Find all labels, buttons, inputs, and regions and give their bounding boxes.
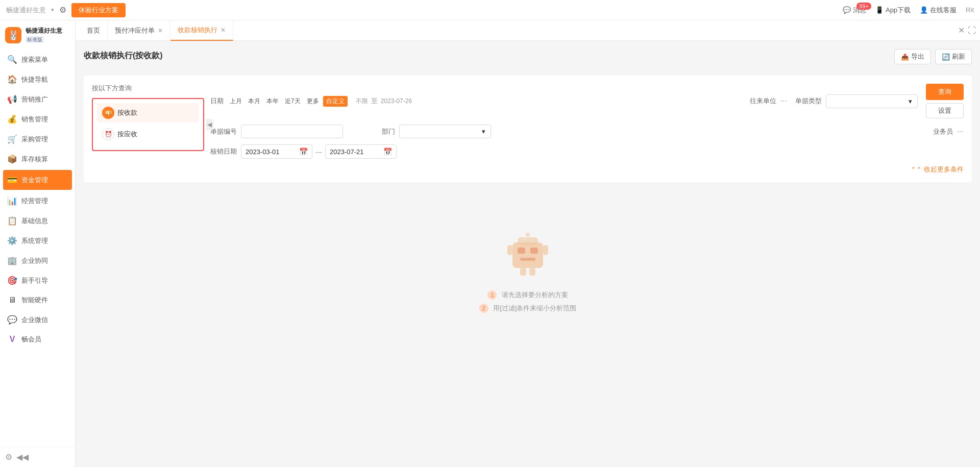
filter-collapse-button[interactable]: ◀	[206, 119, 213, 130]
sidebar-item-search[interactable]: 🔍 搜索菜单	[0, 50, 75, 69]
sidebar-item-quick-nav[interactable]: 🏠 快捷导航	[0, 69, 75, 89]
receipt-option-icon: 💴	[102, 107, 114, 119]
wechat-icon: 💬	[7, 315, 17, 325]
topbar: 畅捷通好生意 ▾ ⚙ 休验行业方案 💬 消息 99+ 📱 App下载 👤 在线客…	[0, 0, 980, 20]
filter-doctype-field: 单据类型 ▾	[795, 94, 918, 108]
sidebar-item-guide[interactable]: 🎯 新手引导	[0, 271, 75, 290]
verify-date-end-input[interactable]: 2023-07-21 📅	[325, 144, 397, 159]
industry-btn[interactable]: 休验行业方案	[71, 3, 126, 17]
filter-panel: 按以下方查询 💴 按收款 ⏰ 按应收 ◀	[84, 76, 972, 182]
sidebar-item-finance[interactable]: 💳 资金管理	[3, 170, 72, 190]
doctype-select[interactable]: ▾	[826, 94, 918, 108]
filter-date-field: 日期 上月 本月 本年 近7天 更多 自定义	[210, 96, 348, 107]
maximize-icon[interactable]: ⛶	[968, 26, 976, 35]
chevron-up-icon: ⌃⌃	[911, 166, 922, 174]
operation-icon: 📊	[7, 196, 17, 206]
tab-home[interactable]: 首页	[80, 20, 108, 41]
svg-rect-1	[518, 248, 525, 254]
verify-date-start-input[interactable]: 2023-03-01 📅	[241, 144, 312, 159]
sidebar-item-purchase[interactable]: 🛒 采购管理	[0, 129, 75, 149]
sidebar-item-member[interactable]: V 畅会员	[0, 330, 75, 349]
svg-point-9	[526, 233, 530, 237]
sidebar-settings-icon[interactable]: ⚙	[5, 452, 12, 462]
main-layout: 🐰 畅捷通好生意 标准版 🔍 搜索菜单 🏠 快捷导航 📢 营销推广 💰 销售管理…	[0, 20, 980, 467]
hardware-icon: 🖥	[7, 296, 17, 305]
sidebar-item-inventory[interactable]: 📦 库存核算	[0, 149, 75, 169]
verify-date-range: 2023-03-01 📅 — 2023-07-21 📅	[241, 144, 397, 159]
svg-rect-5	[543, 245, 548, 255]
close-tab-icon[interactable]: ✕	[958, 26, 965, 35]
tab-prepay[interactable]: 预付冲应付单 ✕	[108, 20, 170, 41]
sales-ellipsis-icon[interactable]: ···	[957, 127, 964, 136]
date-btn-custom[interactable]: 自定义	[323, 96, 348, 107]
filter-docno-field: 单据编号	[210, 125, 343, 138]
sidebar-logo-name: 畅捷通好生意	[26, 27, 62, 35]
sidebar-item-basic[interactable]: 📋 基础信息	[0, 211, 75, 231]
doctype-label: 单据类型	[795, 96, 822, 106]
query-button[interactable]: 查询	[926, 84, 964, 100]
sidebar-item-wechat[interactable]: 💬 企业微信	[0, 310, 75, 330]
tab-close-prepay[interactable]: ✕	[158, 27, 163, 34]
sales-icon: 💰	[7, 114, 17, 124]
filter-option-by-receipt[interactable]: 💴 按收款	[97, 103, 199, 122]
svg-rect-3	[520, 258, 535, 261]
svg-rect-2	[530, 248, 538, 254]
message-icon: 💬	[843, 6, 851, 14]
calendar-start-icon: 📅	[299, 148, 308, 156]
filter-actions: 查询 设置	[926, 84, 964, 118]
svg-rect-8	[518, 237, 538, 245]
date-btn-7days[interactable]: 近7天	[283, 96, 303, 107]
topbar-online-service[interactable]: 👤 在线客服	[920, 6, 957, 15]
sidebar-collapse-icon[interactable]: ◀◀	[16, 452, 29, 462]
date-btn-this-year[interactable]: 本年	[264, 96, 281, 107]
system-icon: ⚙️	[7, 236, 17, 245]
settings-button[interactable]: 设置	[926, 103, 964, 118]
tabbar: 首页 预付冲应付单 ✕ 收款核销执行 ✕ ✕ ⛶	[76, 20, 980, 41]
refresh-button[interactable]: 🔄 刷新	[935, 49, 972, 64]
empty-state: 1 请先选择要分析的方案 2 用[过滤]条件来缩小分析范围	[84, 186, 972, 356]
dept-label: 部门	[382, 127, 395, 136]
guide-icon: 🎯	[7, 276, 17, 285]
dept-chevron-icon: ▾	[482, 128, 485, 135]
filter-counterpart-field: 往来单位 ···	[750, 96, 787, 106]
sidebar-item-system[interactable]: ⚙️ 系统管理	[0, 231, 75, 251]
docno-input[interactable]	[241, 125, 343, 138]
export-button[interactable]: 📤 导出	[894, 49, 931, 64]
topbar-message[interactable]: 💬 消息 99+	[843, 6, 866, 15]
sidebar-item-hardware[interactable]: 🖥 智能硬件	[0, 290, 75, 310]
topbar-gear-icon[interactable]: ⚙	[59, 5, 66, 15]
sidebar-logo: 🐰 畅捷通好生意 标准版	[0, 20, 75, 50]
topbar-app-download[interactable]: 📱 App下载	[875, 6, 911, 15]
counterpart-ellipsis-icon[interactable]: ···	[780, 96, 787, 106]
empty-hint-2: 2 用[过滤]条件来缩小分析范围	[479, 302, 577, 315]
message-badge: 99+	[856, 3, 871, 10]
date-btn-more[interactable]: 更多	[305, 96, 321, 107]
date-btn-last-month[interactable]: 上月	[228, 96, 244, 107]
filter-sales-field: 业务员 ···	[933, 127, 964, 136]
search-icon: 🔍	[7, 55, 17, 64]
topbar-user[interactable]: Rit	[966, 6, 974, 14]
page-toolbar: 📤 导出 🔄 刷新	[894, 49, 972, 64]
sidebar-item-enterprise[interactable]: 🏢 企业协同	[0, 251, 75, 271]
inventory-icon: 📦	[7, 154, 17, 164]
collapse-conditions-btn[interactable]: ⌃⌃ 收起更多条件	[911, 165, 964, 174]
dept-select[interactable]: ▾	[399, 125, 491, 138]
tab-close-receipts[interactable]: ✕	[220, 27, 226, 34]
date-no-limit-text: 不限	[356, 97, 368, 106]
topbar-dropdown-arrow[interactable]: ▾	[51, 7, 54, 13]
sidebar-item-marketing[interactable]: 📢 营销推广	[0, 89, 75, 109]
calendar-end-icon: 📅	[383, 148, 392, 156]
sidebar-item-operation[interactable]: 📊 经营管理	[0, 191, 75, 211]
sidebar-item-sales[interactable]: 💰 销售管理	[0, 109, 75, 129]
app-icon: 📱	[875, 6, 884, 14]
filter-option-by-receivable[interactable]: ⏰ 按应收	[97, 125, 199, 144]
date-btn-this-month[interactable]: 本月	[246, 96, 262, 107]
tab-receipts[interactable]: 收款核销执行 ✕	[170, 20, 233, 41]
receivable-option-icon: ⏰	[102, 128, 114, 140]
enterprise-icon: 🏢	[7, 256, 17, 265]
date-label: 日期	[210, 96, 224, 106]
sidebar-logo-info: 畅捷通好生意 标准版	[26, 27, 62, 43]
export-icon: 📤	[901, 53, 909, 61]
purchase-icon: 🛒	[7, 134, 17, 144]
sales-label: 业务员	[933, 127, 953, 136]
